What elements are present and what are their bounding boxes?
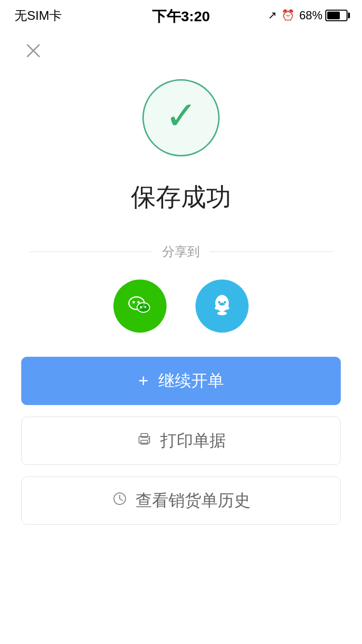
alarm-icon: ⏰ [281,9,294,22]
share-divider: 分享到 [0,243,362,260]
print-icon [136,431,153,451]
battery-fill [327,12,340,19]
svg-point-11 [224,307,229,310]
svg-point-13 [218,301,221,304]
share-section: 分享到 [0,243,362,333]
continue-order-button[interactable]: + 继续开单 [21,357,341,405]
svg-point-14 [224,301,226,304]
wechat-icon [125,291,155,322]
carrier-text: 无SIM卡 [14,7,62,24]
main-content: ✓ 保存成功 分享到 [0,31,362,644]
time-display: 下午3:20 [152,7,210,27]
checkmark-icon: ✓ [165,97,197,135]
status-right: ↗ ⏰ 68% [268,9,348,22]
battery-container: 68% [299,9,348,22]
qq-icon [207,291,237,322]
close-button[interactable] [21,39,45,63]
svg-line-22 [120,499,123,501]
svg-point-6 [138,301,140,304]
svg-point-5 [133,301,135,304]
share-label: 分享到 [162,243,200,260]
close-icon [25,42,42,59]
divider-line-right [209,252,333,252]
svg-point-8 [144,306,146,308]
continue-label: 继续开单 [158,370,224,392]
status-bar: 无SIM卡 下午3:20 ↗ ⏰ 68% [0,0,362,31]
print-button[interactable]: 打印单据 [21,417,341,465]
continue-icon: + [138,371,148,391]
success-circle: ✓ [142,79,220,156]
status-left: 无SIM卡 [14,7,67,24]
svg-point-12 [217,311,227,315]
svg-point-15 [219,303,225,306]
actions-container: + 继续开单 打印单据 查看销货单历史 [0,357,362,525]
history-label: 查看销货单历史 [136,490,251,512]
print-label: 打印单据 [160,430,226,452]
history-button[interactable]: 查看销货单历史 [21,476,341,525]
svg-point-7 [140,306,142,308]
battery-percentage: 68% [299,9,322,22]
svg-point-19 [148,438,150,440]
divider-line-left [29,252,153,252]
share-icons [113,280,249,333]
battery-icon [325,10,348,21]
success-title: 保存成功 [131,181,231,214]
history-icon [111,490,128,511]
location-icon: ↗ [268,9,277,22]
svg-point-10 [215,307,220,310]
wechat-share-button[interactable] [113,280,167,333]
qq-share-button[interactable] [195,280,249,333]
